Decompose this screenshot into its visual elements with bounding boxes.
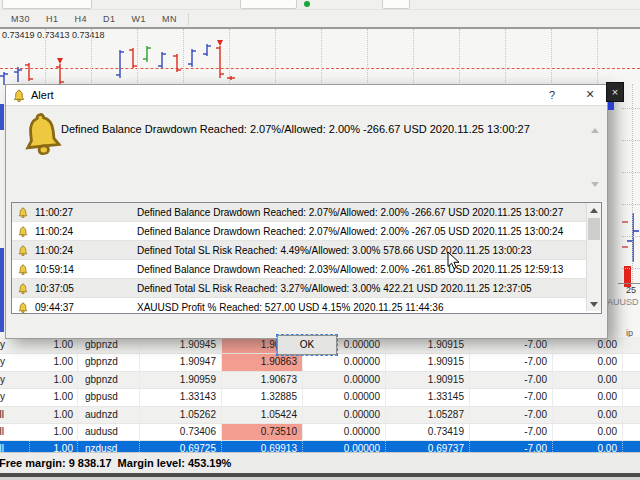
chart-gridline — [622, 204, 640, 205]
alert-message: Defined Balance Drawdown Reached: 2.03%/… — [137, 264, 563, 275]
swap-cell: -7.00 — [470, 389, 553, 405]
right-chart-date-label: 25 — [626, 285, 636, 295]
alert-time: 09:44:37 — [35, 302, 74, 313]
chart-gridline — [622, 172, 640, 173]
chart-gridline — [45, 29, 46, 85]
alert-list: 11:00:27Defined Balance Drawdown Reached… — [11, 202, 602, 314]
alert-dialog: Alert ? × Defined Balance Drawdown Reach… — [5, 84, 608, 339]
open-price-cell: 1.90947 — [140, 354, 222, 370]
current-price-cell: 1.05287 — [386, 407, 470, 423]
timeframe-button-h4[interactable]: H4 — [70, 12, 93, 26]
volume-cell: 1.00 — [30, 372, 78, 388]
table-row[interactable]: sell1.00audnzd1.052621.054240.000001.052… — [0, 407, 640, 424]
chart-gridline — [622, 236, 640, 237]
toolbar-button-fragment[interactable] — [382, 0, 410, 9]
open-price-cell: 1.90959 — [140, 372, 222, 388]
take-profit-cell: 0.00000 — [303, 407, 386, 423]
chart-gridline — [137, 29, 138, 85]
chart-gridline — [91, 29, 92, 85]
current-price-cell: 1.90915 — [386, 337, 470, 353]
bell-icon — [18, 264, 28, 275]
profit-cell: 0.00 — [553, 407, 623, 423]
toolbar-button-fragment[interactable] — [240, 0, 297, 9]
chart-gridline — [275, 29, 276, 85]
swap-cell: -7.00 — [470, 372, 553, 388]
alert-list-scrollbar[interactable] — [586, 203, 601, 311]
timeframe-button-h1[interactable]: H1 — [41, 12, 64, 26]
chart-gridline — [367, 29, 368, 85]
timeframe-button-w1[interactable]: W1 — [127, 12, 152, 26]
alert-main-message: Defined Balance Drawdown Reached: 2.07%/… — [61, 122, 581, 136]
chart-gridline — [622, 140, 640, 141]
alert-list-item[interactable]: 11:00:24Defined Balance Drawdown Reached… — [12, 222, 601, 241]
window-edge-fragment — [0, 104, 4, 130]
scroll-down-icon[interactable] — [591, 182, 599, 187]
order-type-cell: buy — [0, 337, 30, 353]
order-type-cell: sell — [0, 424, 30, 440]
help-button[interactable]: ? — [539, 85, 565, 105]
profit-cell: 0.00 — [553, 424, 623, 440]
current-price-cell: 1.33145 — [386, 389, 470, 405]
toolbar-button-fragment[interactable] — [2, 0, 92, 9]
bell-icon — [18, 283, 28, 294]
alert-message: Defined Balance Drawdown Reached: 2.07%/… — [137, 207, 563, 218]
volume-cell: 1.00 — [30, 407, 78, 423]
chart-gridline — [321, 29, 322, 85]
bell-icon — [21, 109, 63, 157]
table-row[interactable]: sell1.00audusd0.734060.735100.000000.734… — [0, 424, 640, 441]
stop-loss-cell: 1.05424 — [222, 407, 303, 423]
alert-list-item[interactable]: 10:37:05Defined Total SL Risk Reached: 3… — [12, 279, 601, 298]
alert-message: Defined Total SL Risk Reached: 4.49%/All… — [137, 245, 532, 256]
bell-icon — [18, 207, 28, 218]
stop-loss-cell: 0.73510 — [222, 424, 303, 440]
timeframe-button-d1[interactable]: D1 — [98, 12, 121, 26]
chart-gridline — [413, 29, 414, 85]
alert-list-item[interactable]: 11:00:24Defined Total SL Risk Reached: 4… — [12, 241, 601, 260]
chart-gridline — [459, 29, 460, 85]
symbol-cell: audusd — [78, 424, 140, 440]
scroll-up-icon[interactable] — [591, 128, 599, 133]
order-type-cell: buy — [0, 354, 30, 370]
table-row[interactable]: buy1.00gbpnzd1.909471.908630.000001.9091… — [0, 354, 640, 371]
alert-list-item[interactable]: 10:59:14Defined Balance Drawdown Reached… — [12, 260, 601, 279]
chart-gridline — [229, 29, 230, 85]
alert-time: 10:59:14 — [35, 264, 74, 275]
volume-cell: 1.00 — [30, 354, 78, 370]
table-row[interactable]: buy1.00gbpusd1.331431.328850.000001.3314… — [0, 389, 640, 406]
scrollbar-up-button[interactable] — [587, 203, 601, 217]
close-icon[interactable]: × — [576, 85, 604, 105]
timeframe-button-m30[interactable]: M30 — [6, 12, 35, 26]
alert-time: 10:37:05 — [35, 283, 74, 294]
timeframe-toolbar: M30H1H4D1W1MN — [0, 10, 640, 29]
chart-gridline — [597, 29, 598, 85]
scrollbar-thumb[interactable] — [588, 218, 600, 240]
timeframe-button-mn[interactable]: MN — [157, 12, 182, 26]
bell-icon — [18, 226, 28, 237]
chart-gridline — [622, 108, 640, 109]
window-edge-fragment — [608, 101, 614, 110]
order-type-cell: buy — [0, 372, 30, 388]
table-row[interactable]: buy1.00gbpnzd1.909591.906730.000001.9091… — [0, 372, 640, 389]
price-line — [0, 68, 640, 69]
scrollbar-down-button[interactable] — [587, 297, 601, 311]
chart-quote-text: 0.73419 0.73413 0.73418 — [2, 30, 105, 40]
profit-cell: 0.00 — [553, 389, 623, 405]
window-edge-fragment — [0, 248, 4, 332]
chart-gridline — [622, 268, 640, 269]
alert-list-item[interactable]: 11:00:27Defined Balance Drawdown Reached… — [12, 203, 601, 222]
ok-button[interactable]: OK — [277, 335, 337, 355]
open-price-cell: 1.90945 — [140, 337, 222, 353]
alert-message: Defined Balance Drawdown Reached: 2.07%/… — [137, 226, 563, 237]
alert-dialog-titlebar[interactable]: Alert — [6, 85, 607, 106]
symbol-cell: gbpnzd — [78, 354, 140, 370]
current-price-cell: 1.90915 — [386, 372, 470, 388]
alert-time: 11:00:27 — [35, 207, 73, 218]
order-type-cell: sell — [0, 407, 30, 423]
take-profit-cell: 0.00000 — [303, 354, 386, 370]
current-price-cell: 1.90915 — [386, 354, 470, 370]
open-price-cell: 0.73406 — [140, 424, 222, 440]
window-close-button[interactable]: × — [606, 82, 624, 102]
bell-icon — [18, 245, 28, 256]
symbol-cell: gbpusd — [78, 389, 140, 405]
alert-list-item[interactable]: 09:44:37XAUUSD Profit % Reached: 527.00 … — [12, 298, 601, 314]
